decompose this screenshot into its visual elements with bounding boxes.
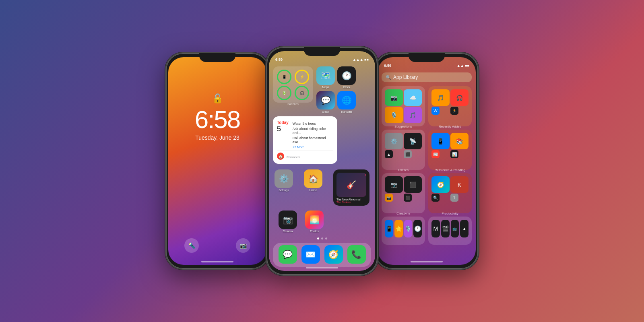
- reminder-more[interactable]: +2 More: [293, 145, 333, 149]
- app-library-search[interactable]: 🔍 App Library: [382, 72, 472, 82]
- notch-1: [199, 53, 235, 62]
- folder-suggestions-icons: 📷 ☁️ 🎙️ 🎵: [385, 89, 422, 123]
- safari-dock[interactable]: 🧭: [324, 245, 343, 264]
- batteries-widget[interactable]: 📱 ⚡ 🔋 🎧 Batteries: [273, 66, 313, 103]
- messages-dock[interactable]: 💬: [279, 245, 297, 264]
- util-sm-2: ⬛: [404, 150, 412, 158]
- podcasts-lib-icon: 🎙️: [385, 107, 403, 123]
- phone-icon: 📞: [347, 245, 366, 264]
- reminders-row: Today 5 Water the trees Ask about siding…: [273, 116, 371, 164]
- folder-entertainment-icons: M 🎬 📺 ▲: [431, 220, 469, 237]
- clock-app[interactable]: 🕐 Clock: [337, 66, 356, 89]
- prod-sm-2: 1: [450, 194, 458, 202]
- ref-small: 📰 📊: [431, 150, 469, 167]
- soc-2: ⭐: [394, 220, 403, 237]
- lock-date: Tuesday, June 23: [195, 134, 239, 141]
- battery-1: 📱: [277, 70, 291, 84]
- page-dots: [273, 237, 371, 239]
- reminders-footer: Reminders: [287, 156, 300, 159]
- home-app[interactable]: 🏠 Home: [304, 169, 322, 206]
- photos-label: Photos: [310, 230, 319, 233]
- ent-4: ▲: [460, 220, 469, 237]
- translate-icon: 🌐: [337, 91, 356, 109]
- util-1: ⚙️: [385, 133, 403, 149]
- wifi-battery-3: ▲▲ ■■: [457, 64, 469, 68]
- today-label: Today: [277, 120, 289, 125]
- folder-productivity[interactable]: 🧭 K 🔍 1 Productivity: [428, 173, 472, 213]
- camera-app[interactable]: 📷 Camera: [279, 211, 297, 233]
- camera-icon[interactable]: 📷: [236, 238, 250, 253]
- music-artist: The Strokes: [336, 201, 366, 204]
- dot-2: [321, 237, 323, 239]
- photos-app[interactable]: 🌅 Photos: [305, 211, 324, 233]
- folder-creativity[interactable]: 📷 ⬛ 📸 ⬛ Creativity: [382, 173, 425, 213]
- folder-reference-label: Reference & Reading: [431, 168, 469, 172]
- music-lib-icon: 🎵: [404, 107, 422, 123]
- folder-social[interactable]: 📱 ⭐ 🎙️ 🕐: [382, 217, 425, 245]
- translate-app[interactable]: 🌐 Translate: [337, 91, 356, 113]
- util-small: ▲ ⬛: [385, 150, 422, 167]
- cre-small: 📸 ⬛: [385, 194, 422, 210]
- settings-label: Settings: [279, 189, 289, 192]
- dot-3: [325, 237, 327, 239]
- soc-4: 🕐: [413, 220, 422, 237]
- cre-2: ⬛: [404, 176, 422, 193]
- photos-lib-icon: 📷: [385, 89, 403, 106]
- reminders-widget[interactable]: Today 5 Water the trees Ask about siding…: [273, 116, 337, 164]
- widget-apps-right: 🗺️ Maps 🕐 Clock 💬 Slack: [316, 66, 356, 113]
- soc-3: 🎙️: [404, 220, 413, 237]
- util-sm-1: ▲: [385, 150, 393, 158]
- folder-utilities-label: Utilities: [385, 168, 422, 172]
- battery-3: 🔋: [277, 86, 291, 100]
- folder-recently-added[interactable]: 🎵 🎧 W 🏃 Recently Added: [428, 86, 472, 126]
- clock-label: Clock: [343, 86, 350, 89]
- ref-2: 📚: [450, 133, 469, 149]
- phone-lock-screen: 🔓 6:58 Tuesday, June 23 🔦 📷: [165, 52, 270, 270]
- home-indicator-1: [201, 261, 233, 262]
- folder-utilities[interactable]: ⚙️ 📡 ▲ ⬛ Utilities: [382, 130, 425, 170]
- music-widget[interactable]: ♪ 🎸 The New Abnormal The Strokes: [333, 169, 369, 206]
- folder-reference[interactable]: 📱 📚 📰 📊 Reference & Reading: [428, 130, 472, 170]
- reminder-count: 5: [277, 125, 289, 133]
- safari-icon: 🧭: [324, 245, 343, 264]
- phone-home-screen: 6:59 ▲▲▲ ■■ 📱 ⚡ 🔋 🎧: [266, 46, 378, 276]
- folder-recent-icons: 🎵 🎧 W 🏃: [431, 89, 469, 123]
- reminder-2: Ask about siding color and...: [293, 127, 333, 135]
- cre-sm-2: ⬛: [404, 194, 412, 202]
- recent-1: 🎵: [431, 89, 450, 106]
- music-title: The New Abnormal: [336, 198, 366, 201]
- mail-dock[interactable]: ✉️: [301, 245, 320, 264]
- wifi-battery-2: ▲▲▲ ■■: [353, 58, 369, 62]
- maps-app[interactable]: 🗺️ Maps: [316, 66, 335, 89]
- clock-icon: 🕐: [337, 66, 356, 85]
- folder-suggestions-label: Suggestions: [385, 125, 422, 128]
- recent-small: W 🏃: [431, 107, 469, 123]
- notch-3: [409, 53, 445, 62]
- home-indicator-3: [411, 261, 443, 262]
- app-library-grid: 📷 ☁️ 🎙️ 🎵 Suggestions 🎵 🎧 W 🏃: [382, 86, 472, 245]
- lock-bottom-icons: 🔦 📷: [168, 238, 266, 253]
- maps-label: Maps: [322, 86, 329, 89]
- flashlight-icon[interactable]: 🔦: [184, 238, 199, 253]
- folder-entertainment[interactable]: M 🎬 📺 ▲: [428, 217, 472, 245]
- folder-reference-icons: 📱 📚 📰 📊: [431, 133, 469, 167]
- recent-2: 🎧: [450, 89, 469, 106]
- translate-label: Translate: [341, 110, 353, 113]
- prod-1: 🧭: [431, 176, 450, 193]
- slack-icon: 💬: [316, 91, 335, 109]
- home-label: Home: [310, 189, 317, 192]
- folder-suggestions[interactable]: 📷 ☁️ 🎙️ 🎵 Suggestions: [382, 86, 425, 126]
- folder-utilities-icons: ⚙️ 📡 ▲ ⬛: [385, 133, 422, 167]
- camera-app-icon: 📷: [279, 211, 297, 229]
- ent-1: M: [431, 220, 440, 237]
- settings-app[interactable]: ⚙️ Settings: [275, 169, 293, 206]
- util-2: 📡: [404, 133, 422, 149]
- phone-dock[interactable]: 📞: [347, 245, 366, 264]
- time-2: 6:59: [275, 58, 283, 62]
- messages-icon: 💬: [279, 245, 297, 264]
- folder-social-icons: 📱 ⭐ 🎙️ 🕐: [385, 220, 422, 237]
- music-cover: 🎸: [336, 173, 366, 197]
- slack-app[interactable]: 💬 Slack: [316, 91, 335, 113]
- batteries-label: Batteries: [287, 103, 299, 105]
- music-note-icon: ♪: [364, 173, 366, 177]
